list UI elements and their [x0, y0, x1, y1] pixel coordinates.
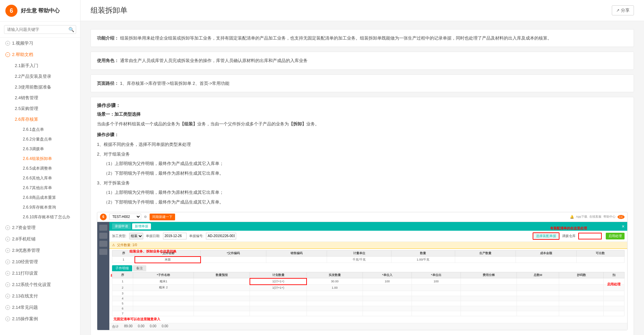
sidebar-item-docs[interactable]: − 2.帮助文档 — [0, 49, 80, 60]
sidebar-item-purchase[interactable]: 2.5采购管理 — [12, 103, 80, 114]
app-title: 好生意 帮助中心 — [21, 7, 60, 14]
mock-footer-val1: 89.00 — [124, 324, 132, 329]
annotation-assembly: 有装配清单的在这里处理 — [550, 226, 587, 231]
mock-tab-new[interactable]: 新增单据 — [132, 223, 151, 229]
sidebar-item-beginner[interactable]: 2.1新手入门 — [12, 60, 80, 71]
mock-th-qty: 数量 — [391, 250, 455, 257]
sidebar-item-split-stocktake[interactable]: 2.6.2分量盘点单 — [17, 134, 80, 144]
sidebar-item-other-in[interactable]: 2.6.6其他入库单 — [17, 173, 80, 183]
share-icon: ↗ — [616, 8, 620, 13]
mock-bth-scan: 抄码数 — [559, 272, 603, 278]
sidebar-item-ledger-fix[interactable]: 2.6.10库存账本错了怎么办 — [17, 212, 80, 222]
minus-icon: − — [5, 52, 10, 57]
mock-tab-remark[interactable]: 备注 — [133, 265, 146, 271]
plus-icon-faq: + — [5, 305, 10, 310]
mock-sidebar-icon-4 — [99, 249, 107, 255]
mock-bottom-table-area: 序 *子件名称 数量预报 计划数量 实发数量 *单位入 *单位出 费用分摊 — [109, 272, 627, 323]
sidebar-item-capital-label: 2.7资金管理 — [12, 225, 36, 231]
mock-company-select[interactable]: TEST-H002 — [109, 214, 141, 220]
mock-no-input[interactable] — [206, 233, 236, 239]
sidebar-item-payment[interactable]: + 2.13在线支付 — [0, 290, 80, 302]
mock-sidebar-icon-2 — [99, 233, 107, 239]
mock-no-label: 单据编号: — [189, 234, 204, 238]
mock-brow-6: 6 — [112, 306, 625, 311]
path-text: 1、库存核算->库存管理->组装拆卸单 2、首页->常用功能 — [120, 81, 230, 86]
mock-date-input[interactable] — [163, 233, 186, 239]
scene-title: 场景一：加工类型选择 — [97, 111, 628, 117]
search-box-container: 🔍 — [0, 22, 80, 38]
sidebar: 6 好生意 帮助中心 🔍 + 1.视频学习 − 2.帮助文档 2.1新手入门 2… — [0, 0, 80, 335]
sidebar-item-faq[interactable]: + 2.14常见问题 — [0, 302, 80, 313]
search-button[interactable]: 🔍 — [68, 27, 74, 32]
mock-th-parent-code: *父件编码 — [201, 250, 266, 257]
sidebar-item-inventory[interactable]: 2.6库存核算 — [12, 114, 80, 125]
sidebar-item-print-label: 2.11打印设置 — [12, 270, 38, 276]
mock-top-row-1: 1 米面 千克/千克 1.00/千克 — [112, 257, 625, 263]
mock-brow-1: 1糯米11(计+1+)30.00100100 — [112, 278, 625, 285]
sidebar-item-capital[interactable]: + 2.7资金管理 — [0, 222, 80, 233]
mock-footer: 合计 89.00 0.00 0.00 0.00 — [109, 323, 627, 330]
sidebar-item-faq-label: 2.14常见问题 — [12, 304, 38, 311]
mock-type-label: 加工类型: — [112, 234, 126, 238]
mock-select-assembly-btn[interactable]: 选择装配单据 — [533, 232, 559, 240]
scene-desc: 当由多个子件材料组装成一个成品的业务为【组装】业务，当由一个父件拆分成多个子产品… — [97, 120, 628, 128]
mock-modal-tabs: 录据申请 新增单据 — [112, 223, 151, 229]
screenshot-container: 6 TEST-H002 ⚙ 同期新建一下 🔔 App下载 在线客服 帮助中心 — [97, 212, 628, 330]
annotation-enable-handle: 启用处理 — [607, 282, 621, 287]
plus-icon-coupon: + — [5, 248, 10, 253]
sidebar-item-system[interactable]: + 2.12系统个性化设置 — [0, 279, 80, 290]
warning-icon: ⚠ — [112, 243, 115, 247]
path-label: 页面路径： — [97, 81, 119, 86]
service-icon: 在线客服 — [589, 215, 601, 219]
mock-new-btn[interactable]: 同期新建一下 — [150, 214, 175, 220]
bell-icon: 🔔 — [570, 215, 574, 219]
sidebar-item-coupon[interactable]: + 2.9优惠券管理 — [0, 245, 80, 256]
mock-left-sidebar — [97, 222, 109, 330]
sidebar-item-stocktake[interactable]: 2.6.1盘点单 — [17, 125, 80, 134]
ops-label: 操作步骤： — [97, 103, 628, 109]
app-download-icon: App下载 — [576, 215, 587, 219]
mock-bth-total-m: 总数M — [517, 272, 559, 278]
plus-icon-cases: + — [5, 317, 10, 321]
mock-bottom-table: 序 *子件名称 数量预报 计划数量 实发数量 *单位入 *单位出 费用分摊 — [112, 272, 625, 316]
share-button[interactable]: ↗ 分享 — [612, 5, 634, 15]
mock-type-select[interactable]: 组装 拆卸 — [129, 233, 143, 239]
role-text: 通常由生产人员或库管人员完成拆装业务的操作，库管人员确认原材料的出库和产成品的入… — [120, 58, 308, 63]
sidebar-item-inventory-ledger[interactable]: 2.6.9库存账本查询 — [17, 203, 80, 212]
mock-bth-unit-out: *单位出 — [412, 272, 461, 278]
mock-sidebar-icon-3 — [99, 241, 107, 247]
plus-icon-payment: + — [5, 294, 10, 298]
mock-cell-avail — [576, 257, 624, 263]
mock-warehouse-input[interactable] — [578, 233, 602, 239]
role-block: 使用角色： 通常由生产人员或库管人员完成拆装业务的操作，库管人员确认原材料的出库… — [91, 52, 634, 69]
mock-bth-discount: 扣 — [603, 272, 624, 278]
sidebar-item-prepare[interactable]: 2.3使用前数据准备 — [12, 82, 80, 93]
mock-screenshot: 6 TEST-H002 ⚙ 同期新建一下 🔔 App下载 在线客服 帮助中心 — [97, 212, 627, 330]
mock-tab-list[interactable]: 录据申请 — [112, 223, 131, 229]
mock-tab-sub-detail[interactable]: 子件明细 — [112, 265, 132, 271]
sidebar-item-system-label: 2.12系统个性化设置 — [12, 282, 51, 288]
sidebar-item-cost-adj[interactable]: 2.6.5成本调整单 — [17, 164, 80, 173]
mock-bottom-tabs: 子件明细 备注 组装业务、拆卸业务在这里切换 — [109, 265, 627, 271]
mock-close-icon[interactable]: × — [622, 224, 625, 229]
step-1: 1、根据不同的业务，选择不同单据的类型来处理 2、对于组装业务 （1）上部明细为… — [97, 141, 628, 207]
mock-cell-qty: 1.00/千克 — [391, 257, 455, 263]
mock-bth-unit-in: *单位入 — [363, 272, 412, 278]
app-logo: 6 — [5, 5, 17, 17]
plus-icon: + — [5, 41, 10, 46]
sidebar-item-video[interactable]: + 1.视频学习 — [0, 38, 80, 49]
sidebar-item-assembly[interactable]: 2.6.4组装拆卸单 — [17, 154, 80, 164]
sidebar-item-install[interactable]: 2.2产品安装及登录 — [12, 71, 80, 82]
sidebar-item-sales[interactable]: 2.4销售管理 — [12, 93, 80, 103]
sidebar-item-other-out[interactable]: 2.6.7其他出库单 — [17, 183, 80, 193]
sidebar-item-video-label: 1.视频学习 — [12, 40, 33, 46]
sidebar-item-transfer[interactable]: 2.6.3调拨单 — [17, 144, 80, 154]
sidebar-item-cases[interactable]: + 2.15操作案例 — [0, 313, 80, 325]
sidebar-item-print[interactable]: + 2.11打印设置 — [0, 268, 80, 279]
mock-th-prod-qty: 生产数量 — [455, 250, 516, 257]
sidebar-item-cost-recalc[interactable]: 2.6.8商品成本重算 — [17, 193, 80, 203]
mock-handle-btn[interactable]: 启用处理 — [606, 233, 625, 239]
sidebar-item-biz[interactable]: + 2.10经营管理 — [0, 256, 80, 268]
search-input[interactable] — [4, 25, 76, 34]
sidebar-item-mobile[interactable]: + 2.8手机旺铺 — [0, 233, 80, 245]
